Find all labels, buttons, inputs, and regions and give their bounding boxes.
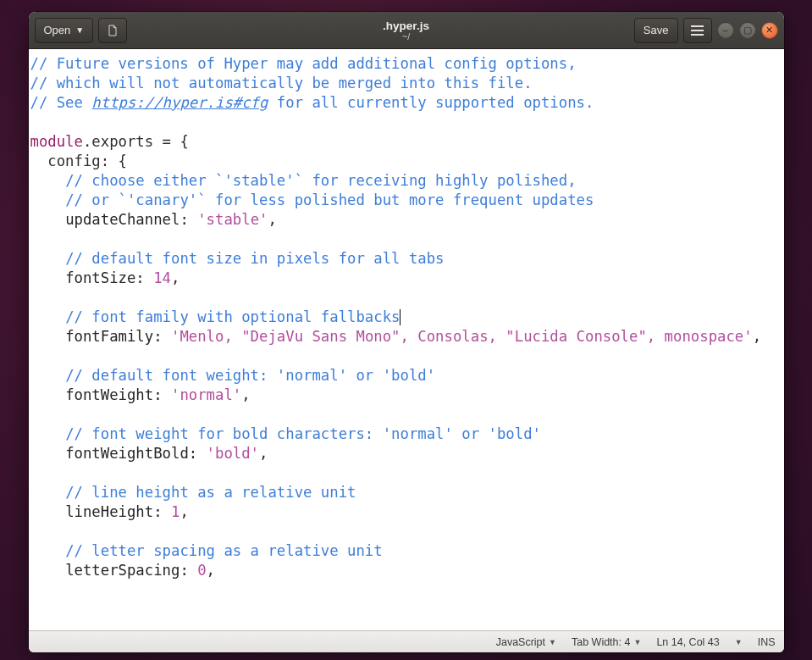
titlebar-right: Save – ▢ ✕ [634,18,778,43]
cursor-position: Ln 14, Col 43 [656,636,719,648]
chevron-down-icon: ▼ [549,638,556,646]
extra-menu[interactable]: ▼ [735,638,743,646]
language-selector[interactable]: JavaScript ▼ [496,636,556,648]
text-cursor [400,309,400,325]
code-content: // Future versions of Hyper may add addi… [29,49,784,585]
titlebar: Open ▼ .hyper.js ~/ Save – ▢ ✕ [29,12,784,49]
chevron-down-icon: ▼ [735,638,743,646]
new-document-button[interactable] [98,18,127,43]
save-button[interactable]: Save [634,18,678,43]
chevron-down-icon: ▼ [75,25,84,35]
editor-window: Open ▼ .hyper.js ~/ Save – ▢ ✕ // Future… [29,12,784,652]
open-button[interactable]: Open ▼ [35,18,94,43]
close-button[interactable]: ✕ [761,22,778,39]
filepath: ~/ [402,31,410,42]
insert-mode: INS [758,636,776,648]
minimize-button[interactable]: – [717,22,734,39]
hamburger-menu-button[interactable] [683,18,712,43]
maximize-button[interactable]: ▢ [739,22,756,39]
chevron-down-icon: ▼ [633,638,641,646]
tab-width-label: Tab Width: 4 [572,636,630,648]
statusbar: JavaScript ▼ Tab Width: 4 ▼ Ln 14, Col 4… [29,630,784,652]
tab-width-selector[interactable]: Tab Width: 4 ▼ [572,636,641,648]
filename: .hyper.js [383,19,429,32]
code-editor[interactable]: // Future versions of Hyper may add addi… [29,49,784,630]
open-label: Open [44,24,71,36]
document-icon [106,24,119,37]
language-label: JavaScript [496,636,545,648]
